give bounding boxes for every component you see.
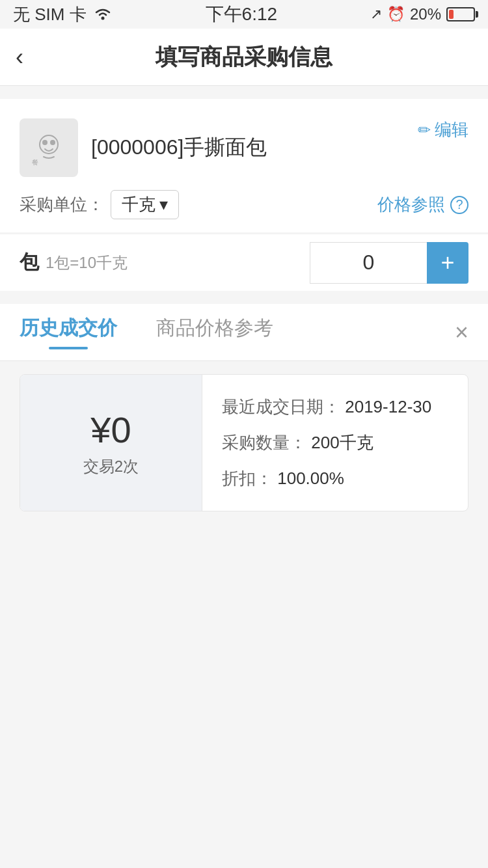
latest-date-value: 2019-12-30 (345, 397, 431, 416)
status-bar-left: 无 SIM 卡 (13, 3, 113, 26)
page-title: 填写商品采购信息 (156, 42, 332, 72)
price-transactions: 交易2次 (83, 456, 139, 477)
unit-value: 千克 (122, 193, 156, 216)
alarm-icon: ⏰ (387, 6, 405, 23)
svg-point-3 (50, 140, 55, 145)
tab-price-reference[interactable]: 商品价格参考 (156, 315, 273, 349)
currency-symbol: ¥ (90, 409, 111, 450)
edit-label: 编辑 (435, 118, 468, 141)
discount-label: 折扣： (222, 468, 273, 488)
svg-text:餐: 餐 (32, 159, 38, 166)
quantity-sub: 1包=10千克 (46, 252, 128, 273)
help-icon: ? (450, 196, 468, 214)
tab-history-price[interactable]: 历史成交价 (20, 315, 117, 349)
price-card-left: ¥0 交易2次 (20, 375, 202, 511)
product-meta-row: 采购单位： 千克 ▾ 价格参照 ? (20, 190, 468, 219)
price-card-container: ¥0 交易2次 最近成交日期： 2019-12-30 采购数量： 200千克 折… (0, 361, 488, 524)
wifi-icon (93, 5, 113, 25)
price-ref-button[interactable]: 价格参照 ? (377, 193, 468, 216)
svg-point-2 (42, 140, 47, 145)
quantity-unit: 包 (20, 249, 39, 276)
quantity-controls: + (310, 242, 468, 284)
status-bar: 无 SIM 卡 下午6:12 ↗ ⏰ 20% (0, 0, 488, 29)
quantity-detail-label: 采购数量： (222, 433, 306, 452)
latest-date-row: 最近成交日期： 2019-12-30 (222, 394, 448, 420)
quantity-row: 采购数量： 200千克 (222, 430, 448, 455)
page-header: ‹ 填写商品采购信息 (0, 29, 488, 86)
chevron-down-icon: ▾ (159, 195, 168, 215)
quantity-plus-button[interactable]: + (427, 242, 468, 284)
price-value: ¥0 (90, 409, 131, 451)
edit-button[interactable]: ✏ 编辑 (418, 118, 468, 141)
svg-point-0 (101, 16, 104, 20)
quantity-input[interactable] (310, 242, 427, 284)
product-left: 餐 [0000006]手撕面包 (20, 118, 267, 177)
product-top-row: 餐 [0000006]手撕面包 ✏ 编辑 (20, 118, 468, 177)
battery-percent: 20% (410, 5, 441, 23)
product-info: [0000006]手撕面包 (91, 133, 267, 162)
latest-date-label: 最近成交日期： (222, 397, 340, 416)
status-bar-right: ↗ ⏰ 20% (370, 5, 475, 23)
price-number: 0 (111, 409, 131, 450)
discount-row: 折扣： 100.00% (222, 466, 448, 491)
tabs-section: 历史成交价 商品价格参考 × ¥0 交易2次 最近成交日期： 2019-12-3… (0, 291, 488, 868)
battery-icon (446, 7, 475, 21)
price-card: ¥0 交易2次 最近成交日期： 2019-12-30 采购数量： 200千克 折… (20, 374, 468, 511)
quantity-detail-value: 200千克 (311, 433, 373, 452)
back-button[interactable]: ‹ (16, 44, 23, 71)
unit-select[interactable]: 千克 ▾ (111, 190, 179, 219)
discount-value: 100.00% (277, 468, 344, 488)
product-name: [0000006]手撕面包 (91, 133, 267, 162)
edit-icon: ✏ (418, 121, 431, 139)
quantity-label: 包 1包=10千克 (20, 249, 128, 276)
tabs-header: 历史成交价 商品价格参考 × (0, 304, 488, 361)
unit-label: 采购单位： (20, 193, 104, 216)
status-bar-time: 下午6:12 (206, 2, 278, 27)
location-icon: ↗ (370, 6, 382, 23)
price-ref-label: 价格参照 (377, 193, 445, 216)
product-card: 餐 [0000006]手撕面包 ✏ 编辑 采购单位： 千克 ▾ 价格参照 ? (0, 99, 488, 232)
product-image: 餐 (20, 118, 78, 177)
close-button[interactable]: × (455, 321, 468, 344)
main-content (0, 524, 488, 868)
tabs-list: 历史成交价 商品价格参考 (20, 315, 273, 349)
price-card-right: 最近成交日期： 2019-12-30 采购数量： 200千克 折扣： 100.0… (202, 375, 468, 511)
quantity-section: 包 1包=10千克 + (0, 234, 488, 291)
carrier-label: 无 SIM 卡 (13, 3, 87, 26)
unit-row: 采购单位： 千克 ▾ (20, 190, 179, 219)
